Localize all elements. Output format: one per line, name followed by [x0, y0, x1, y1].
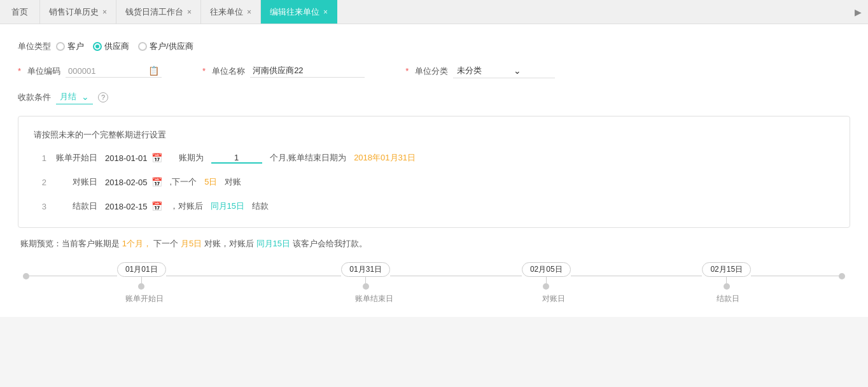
tab-sales-history[interactable]: 销售订单历史 ×	[40, 0, 116, 24]
radio-customer-supplier[interactable]: 客户/供应商	[138, 41, 193, 52]
timeline-label-1: 账单开始日	[125, 293, 164, 304]
radio-customer-supplier-label: 客户/供应商	[150, 41, 193, 52]
category-group: * 单位分类 未分类 ⌄	[405, 64, 555, 78]
payment-select[interactable]: 月结 ⌄	[56, 90, 93, 104]
timeline-line-3	[390, 276, 522, 276]
settle-date-text: 2018-02-15	[105, 202, 148, 211]
radio-supplier-label: 供应商	[104, 41, 129, 52]
row-label-3: 结款日	[54, 201, 97, 212]
timeline-label-4: 结款日	[717, 293, 739, 304]
timeline-label-2: 账单结束日	[355, 293, 393, 304]
period-input[interactable]	[211, 153, 262, 164]
code-required-star: *	[18, 66, 21, 76]
row-num-2: 2	[34, 178, 46, 187]
panel-title: 请按照未来的一个完整帐期进行设置	[34, 129, 834, 141]
close-edit-partner[interactable]: ×	[323, 8, 328, 17]
panel-row-2: 2 对账日 2018-02-05 📅 ,下一个 5日 对账	[34, 176, 834, 188]
radio-supplier[interactable]: 供应商	[93, 41, 129, 52]
timeline-node-1: 01月01日	[117, 262, 166, 290]
code-group: * 单位编码 📋	[18, 64, 162, 78]
row-value-3: 2018-02-15 📅	[105, 201, 162, 211]
radio-customer-circle	[56, 42, 65, 51]
timeline-date-3: 02月05日	[522, 262, 571, 277]
tab-cash-work[interactable]: 钱货日清工作台 ×	[116, 0, 201, 24]
preview-period2: 月5日	[181, 239, 202, 248]
close-sales-history[interactable]: ×	[102, 8, 107, 17]
settle-date-highlight: 同月15日	[211, 201, 244, 212]
timeline-node-3: 02月05日	[522, 262, 571, 290]
tab-home[interactable]: 首页	[0, 0, 40, 24]
radio-supplier-circle	[93, 42, 102, 51]
tab-edit-partner[interactable]: 编辑往来单位 ×	[261, 0, 337, 24]
timeline: 01月01日 01月31日 02月05日 02月15日	[18, 262, 850, 290]
payment-dropdown-icon: ⌄	[81, 92, 89, 102]
tab-partner[interactable]: 往来单位 ×	[201, 0, 261, 24]
name-group: * 单位名称	[202, 65, 365, 78]
timeline-line-1	[29, 276, 117, 276]
close-cash-work[interactable]: ×	[187, 8, 192, 17]
payment-group: 收款条件 月结 ⌄ ?	[18, 90, 108, 104]
tab-overflow-button[interactable]: ▶	[848, 7, 868, 17]
settle-date-calendar-icon[interactable]: 📅	[151, 201, 162, 211]
row-label-1: 账单开始日	[54, 152, 97, 164]
period-for-label: 账期为	[179, 152, 204, 164]
row-num-1: 1	[34, 153, 46, 163]
row-num-3: 3	[34, 202, 46, 211]
tab-cash-work-label: 钱货日清工作台	[125, 6, 183, 18]
panel-row-1: 1 账单开始日 2018-01-01 📅 账期为 个月,账单结束日期为 2018…	[34, 152, 834, 164]
tab-partner-label: 往来单位	[210, 6, 243, 18]
radio-customer[interactable]: 客户	[56, 41, 84, 52]
category-required-star: *	[405, 66, 409, 76]
account-date-calendar-icon[interactable]: 📅	[151, 177, 162, 187]
unit-type-group: 单位类型 客户 供应商 客户/供应商	[18, 41, 193, 52]
payment-row: 收款条件 月结 ⌄ ?	[18, 90, 850, 104]
main-content: 单位类型 客户 供应商 客户/供应商 * 单位编码	[0, 24, 868, 317]
account-date-highlight: 5日	[204, 176, 217, 188]
timeline-line-5	[751, 276, 839, 276]
preview-middle: 对账，对账后	[204, 239, 254, 248]
name-input[interactable]	[250, 65, 365, 78]
timeline-vert-4	[726, 277, 727, 283]
category-dropdown-icon: ⌄	[514, 66, 521, 76]
payment-label: 收款条件	[18, 92, 51, 103]
category-select[interactable]: 未分类 ⌄	[453, 64, 555, 78]
timeline-date-4: 02月15日	[702, 262, 751, 277]
name-required-star: *	[202, 66, 206, 76]
close-partner[interactable]: ×	[247, 8, 251, 17]
timeline-node-2: 01月31日	[341, 262, 390, 290]
timeline-vert-1	[141, 277, 142, 283]
start-date-text: 2018-01-01	[105, 153, 148, 163]
code-input[interactable]	[68, 66, 144, 76]
tab-home-label: 首页	[11, 6, 28, 18]
timeline-date-2: 01月31日	[341, 262, 390, 277]
timeline-vert-3	[546, 277, 547, 283]
timeline-node-4: 02月15日	[702, 262, 751, 290]
timeline-label-3: 对账日	[542, 293, 565, 304]
timeline-line-2	[166, 276, 342, 276]
unit-type-label: 单位类型	[18, 41, 51, 52]
settle-date-desc-suffix: 结款	[252, 201, 269, 212]
preview-period: 1个月，	[122, 239, 151, 248]
tab-bar: 首页 销售订单历史 × 钱货日清工作台 × 往来单位 × 编辑往来单位 × ▶	[0, 0, 868, 24]
end-date-highlight: 2018年01月31日	[354, 152, 416, 164]
category-value: 未分类	[457, 65, 482, 76]
radio-customer-label: 客户	[67, 41, 84, 52]
code-label: 单位编码	[27, 66, 60, 77]
category-label: 单位分类	[415, 66, 448, 77]
settle-date-desc-prefix: ，对账后	[170, 201, 203, 212]
settings-panel: 请按照未来的一个完整帐期进行设置 1 账单开始日 2018-01-01 📅 账期…	[18, 116, 850, 228]
timeline-labels: 账单开始日 账单结束日 对账日 结款日	[18, 291, 850, 304]
timeline-line-4	[571, 276, 703, 276]
start-date-calendar-icon[interactable]: 📅	[151, 153, 162, 163]
code-input-wrapper: 📋	[66, 64, 162, 78]
preview-suffix: 该客户会给我打款。	[293, 239, 367, 248]
copy-icon[interactable]: 📋	[148, 66, 159, 76]
payment-help-icon[interactable]: ?	[98, 92, 108, 102]
timeline-left-end	[23, 273, 29, 279]
timeline-date-1: 01月01日	[117, 262, 166, 277]
name-label: 单位名称	[212, 66, 245, 77]
unit-type-radio-group: 客户 供应商 客户/供应商	[56, 41, 193, 52]
preview-p2-prefix: 下一个	[153, 239, 178, 248]
code-name-category-row: * 单位编码 📋 * 单位名称 * 单位分类 未分类 ⌄	[18, 64, 850, 78]
period-unit: 个月,账单结束日期为	[270, 152, 347, 164]
